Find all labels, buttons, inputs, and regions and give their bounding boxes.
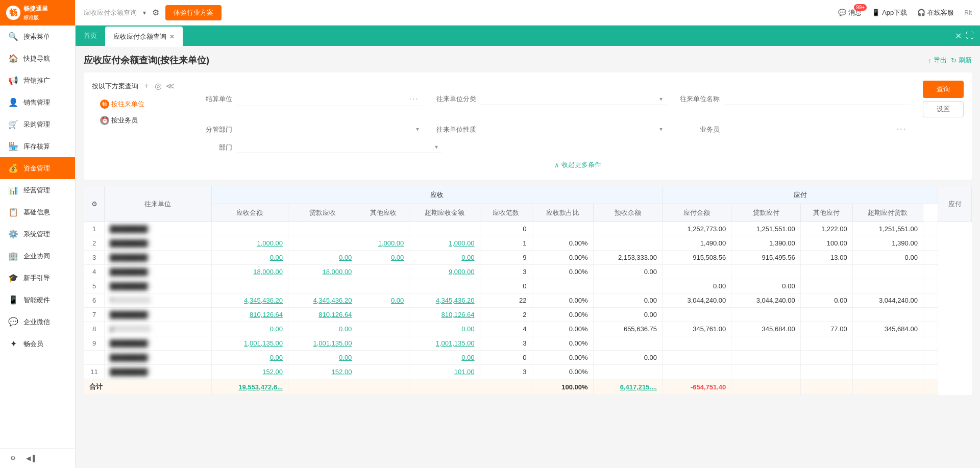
sidebar-item-quicknav[interactable]: 🏠 快捷导航 bbox=[0, 47, 75, 69]
unit-nature-label: 往来单位性质 bbox=[435, 125, 476, 134]
dept-head-select[interactable]: ▾ bbox=[236, 124, 423, 135]
td-ar_loan[interactable] bbox=[288, 222, 357, 236]
header-solution-btn[interactable]: 体验行业方案 bbox=[165, 5, 222, 20]
td-ar_overdue[interactable]: 810,126.64 bbox=[409, 308, 480, 322]
unit-name-input[interactable] bbox=[724, 93, 911, 105]
filter-circle-icon[interactable]: ◎ bbox=[155, 81, 162, 91]
td-ar_other[interactable]: 0.00 bbox=[357, 293, 409, 308]
header-dropdown-icon[interactable]: ▾ bbox=[143, 9, 146, 16]
tab-bar: 首页 应收应付余额查询 ✕ ✕ ⛶ bbox=[76, 26, 980, 46]
td-ar_amount[interactable]: 152.00 bbox=[211, 365, 288, 379]
query-btn[interactable]: 查询 bbox=[923, 81, 964, 98]
td-ar_amount[interactable]: 0.00 bbox=[211, 251, 288, 265]
header-msg[interactable]: 💬 消息 99+ bbox=[838, 8, 862, 17]
header-service[interactable]: 🎧 在线客服 bbox=[917, 8, 954, 17]
dept-select[interactable]: ▾ bbox=[236, 141, 442, 153]
td-ar_overdue[interactable]: 1,001,135.00 bbox=[409, 336, 480, 351]
td-ar_overdue[interactable] bbox=[409, 222, 480, 236]
sidebar-item-marketing[interactable]: 📢 营销推广 bbox=[0, 69, 75, 91]
td-ar_overdue[interactable]: 1,000.00 bbox=[409, 236, 480, 251]
td-ar_amount[interactable]: 4,345,436.20 bbox=[211, 293, 288, 308]
td-ar_loan[interactable]: 0.00 bbox=[288, 251, 357, 265]
td-ar_loan[interactable]: 0.00 bbox=[288, 322, 357, 336]
collapse-sidebar-btn[interactable]: ◀▐ bbox=[22, 453, 39, 464]
header-user[interactable]: Rit bbox=[964, 9, 972, 16]
td-ar_amount[interactable]: 0.00 bbox=[211, 351, 288, 365]
td-ar_loan[interactable]: 1,001,135.00 bbox=[288, 336, 357, 351]
sidebar-item-system[interactable]: ⚙️ 系统管理 bbox=[0, 223, 75, 245]
td-ar_overdue[interactable]: 0.00 bbox=[409, 351, 480, 365]
td-ar_overdue[interactable]: 4,345,436.20 bbox=[409, 293, 480, 308]
unit-category-select[interactable]: ▾ bbox=[480, 93, 667, 105]
tab-expand-icon[interactable]: ⛶ bbox=[966, 31, 974, 40]
filter-unit-nature: 往来单位性质 ▾ bbox=[435, 124, 667, 135]
td-ar_other[interactable] bbox=[357, 322, 409, 336]
filter-staff-icon: ⏰ bbox=[100, 116, 109, 125]
td-ar_ratio: 0.00% bbox=[532, 365, 593, 379]
td-ar_amount[interactable]: 18,000.00 bbox=[211, 265, 288, 279]
sidebar-item-search[interactable]: 🔍 搜索菜单 bbox=[0, 26, 75, 47]
filter-collapse-btn[interactable]: ∧ 收起更多条件 bbox=[554, 158, 601, 171]
td-ar_loan[interactable]: 0.00 bbox=[288, 351, 357, 365]
td-ar_loan[interactable]: 152.00 bbox=[288, 365, 357, 379]
td-ar_overdue[interactable] bbox=[409, 279, 480, 293]
sidebar-item-purchase[interactable]: 🛒 采购管理 bbox=[0, 113, 75, 135]
filter-add-icon[interactable]: ＋ bbox=[142, 81, 151, 91]
td-ar_other[interactable] bbox=[357, 222, 409, 236]
td-ar_other[interactable] bbox=[357, 279, 409, 293]
table-settings-icon[interactable]: ⚙ bbox=[91, 200, 97, 208]
td-ar_loan[interactable] bbox=[288, 236, 357, 251]
tab-close-icon[interactable]: ✕ bbox=[169, 33, 175, 40]
td-ar_amount[interactable]: 1,001,135.00 bbox=[211, 336, 288, 351]
sidebar-item-finance[interactable]: 💰 资金管理 bbox=[0, 157, 75, 179]
td-ar_amount[interactable]: 810,126.64 bbox=[211, 308, 288, 322]
th-settings[interactable]: ⚙ bbox=[84, 186, 105, 222]
filter-collapse-icon[interactable]: ≪ bbox=[166, 81, 175, 91]
td-ar_loan[interactable]: 4,345,436.20 bbox=[288, 293, 357, 308]
filter-unit-name: 往来单位名称 bbox=[679, 93, 911, 105]
td-ap_other: 1,222.00 bbox=[800, 222, 852, 236]
sidebar-item-wechat[interactable]: 💬 企业微信 bbox=[0, 311, 75, 333]
td-ap_loan: 3,044,240.00 bbox=[731, 293, 800, 308]
export-btn[interactable]: ↑ 导出 bbox=[928, 56, 947, 65]
td-ar_amount[interactable]: 0.00 bbox=[211, 322, 288, 336]
sidebar-item-sales[interactable]: 👤 销售管理 bbox=[0, 91, 75, 113]
td-ar_other[interactable] bbox=[357, 365, 409, 379]
settings-btn[interactable]: 设置 bbox=[923, 101, 964, 117]
td-ar_amount[interactable] bbox=[211, 279, 288, 293]
filter-option-by-unit[interactable]: 畅 按往来单位 bbox=[96, 97, 149, 111]
salesperson-select[interactable]: ··· bbox=[724, 122, 911, 136]
td-ar_other[interactable] bbox=[357, 351, 409, 365]
sidebar-item-hardware[interactable]: 📱 智能硬件 bbox=[0, 289, 75, 311]
td-ar_loan[interactable] bbox=[288, 279, 357, 293]
tab-close-all-icon[interactable]: ✕ bbox=[955, 31, 962, 41]
header-app[interactable]: 📱 App下载 bbox=[872, 8, 907, 17]
sidebar-item-operation[interactable]: 📊 经营管理 bbox=[0, 179, 75, 201]
td-ar_overdue[interactable]: 9,000.00 bbox=[409, 265, 480, 279]
td-ar_loan[interactable]: 18,000.00 bbox=[288, 265, 357, 279]
td-ar_other[interactable]: 1,000.00 bbox=[357, 236, 409, 251]
td-ar_amount[interactable] bbox=[211, 222, 288, 236]
settlement-unit-select[interactable]: ··· bbox=[236, 92, 423, 106]
td-ar_amount[interactable]: 1,000.00 bbox=[211, 236, 288, 251]
td-ar_overdue[interactable]: 101.00 bbox=[409, 365, 480, 379]
td-ar_other[interactable] bbox=[357, 336, 409, 351]
sidebar-item-vip[interactable]: ✦ 畅会员 bbox=[0, 333, 75, 355]
unit-nature-select[interactable]: ▾ bbox=[480, 124, 667, 135]
header-gear-icon[interactable]: ⚙ bbox=[152, 8, 159, 17]
td-ar_other[interactable] bbox=[357, 265, 409, 279]
refresh-btn[interactable]: ↻ 刷新 bbox=[951, 56, 972, 65]
sidebar-item-enterprise[interactable]: 🏢 企业协同 bbox=[0, 245, 75, 267]
td-ar_loan[interactable]: 810,126.64 bbox=[288, 308, 357, 322]
td-ar_overdue[interactable]: 0.00 bbox=[409, 322, 480, 336]
td-ar_other[interactable]: 0.00 bbox=[357, 251, 409, 265]
settings-bottom-btn[interactable]: ⚙ bbox=[6, 453, 20, 464]
tab-arbalance[interactable]: 应收应付余额查询 ✕ bbox=[105, 27, 183, 47]
sidebar-item-basic[interactable]: 📋 基础信息 bbox=[0, 201, 75, 223]
sidebar-item-inventory[interactable]: 🏪 库存核算 bbox=[0, 135, 75, 157]
sidebar-item-guide[interactable]: 🎓 新手引导 bbox=[0, 267, 75, 289]
tab-home[interactable]: 首页 bbox=[76, 26, 105, 46]
filter-option-by-staff[interactable]: ⏰ 按业务员 bbox=[96, 114, 149, 127]
td-ar_other[interactable] bbox=[357, 308, 409, 322]
td-ar_overdue[interactable]: 0.00 bbox=[409, 251, 480, 265]
